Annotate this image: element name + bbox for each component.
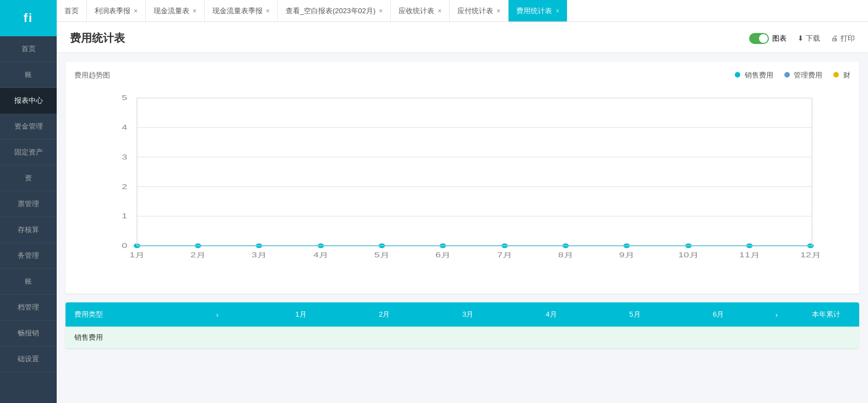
tab-blank[interactable]: 查看_空白报表(2023年02月) × (278, 0, 391, 22)
sidebar-item-account[interactable]: 账 (0, 62, 57, 88)
legend-sales: 销售费用 (735, 70, 773, 80)
main-content: 首页 利润表季报 × 现金流量表 × 现金流量表季报 × 查看_空白报表(202… (57, 0, 868, 403)
sidebar-item-service[interactable]: 务管理 (0, 243, 57, 269)
table-header: 费用类型 ‹ 1月 2月 3月 4月 5月 6月 › 本年累计 (65, 302, 859, 327)
tab-close-receivable[interactable]: × (438, 7, 441, 15)
svg-text:10月: 10月 (678, 251, 698, 258)
tab-close-cashflowq[interactable]: × (266, 7, 270, 15)
svg-text:6月: 6月 (435, 251, 450, 258)
chart-section: 费用趋势图 销售费用 管理费用 财 (65, 62, 859, 294)
sidebar-item-report[interactable]: 报表中心 (0, 88, 57, 114)
sidebar-item-archive[interactable]: 档管理 (0, 295, 57, 321)
sidebar-item-home[interactable]: 首页 (0, 36, 57, 62)
page-actions: 图表 ⬇ 下载 🖨 打印 (749, 33, 855, 44)
sidebar-item-payable[interactable]: 账 (0, 269, 57, 295)
download-button[interactable]: ⬇ 下载 (798, 34, 820, 43)
svg-text:4: 4 (122, 124, 127, 131)
svg-text:0: 0 (122, 242, 127, 250)
tab-close-blank[interactable]: × (379, 7, 383, 15)
svg-text:3: 3 (122, 153, 127, 161)
sidebar-item-sales[interactable]: 畅报销 (0, 321, 57, 346)
td-type: 销售费用 (65, 333, 176, 343)
legend-admin: 管理费用 (784, 70, 823, 80)
svg-text:5月: 5月 (374, 251, 389, 258)
svg-text:11月: 11月 (739, 251, 760, 258)
svg-text:2: 2 (122, 183, 127, 190)
tab-home[interactable]: 首页 (57, 0, 87, 22)
tab-cashflow[interactable]: 现金流量表 × (146, 0, 205, 22)
svg-text:1月: 1月 (129, 251, 144, 258)
legend-finance: 财 (833, 70, 850, 80)
th-m4: 4月 (510, 310, 593, 319)
tab-expense[interactable]: 费用统计表 × (509, 0, 567, 22)
sidebar: fi 首页 账 报表中心 资金管理 固定资产 资 票管理 存核算 务管理 账 档… (0, 0, 57, 403)
svg-text:3月: 3月 (252, 251, 266, 258)
th-nav-next[interactable]: › (760, 311, 793, 319)
tab-cashflowq[interactable]: 现金流量表季报 × (205, 0, 278, 22)
download-icon: ⬇ (798, 34, 804, 42)
svg-text:1: 1 (122, 212, 127, 220)
chart-svg: 5 4 3 2 1 0 1月 2月 3月 4月 5月 6月 7月 8月 (96, 92, 828, 263)
sidebar-item-asset[interactable]: 固定资产 (0, 140, 57, 165)
legend-dot-admin (784, 72, 790, 78)
svg-text:8月: 8月 (558, 251, 573, 258)
th-m3: 3月 (426, 310, 510, 319)
tab-close-expense[interactable]: × (555, 7, 559, 15)
chart-header: 费用趋势图 销售费用 管理费用 财 (74, 70, 850, 80)
chart-legend: 销售费用 管理费用 财 (735, 70, 850, 80)
legend-dot-finance (833, 72, 839, 78)
page-title: 费用统计表 (70, 31, 125, 46)
svg-text:9月: 9月 (619, 251, 634, 258)
svg-text:5: 5 (122, 94, 127, 102)
sidebar-item-settings[interactable]: 础设置 (0, 346, 57, 372)
tab-bar: 首页 利润表季报 × 现金流量表 × 现金流量表季报 × 查看_空白报表(202… (57, 0, 868, 22)
chart-area: 5 4 3 2 1 0 1月 2月 3月 4月 5月 6月 7月 8月 (74, 87, 850, 285)
svg-text:7月: 7月 (497, 251, 512, 258)
sidebar-logo: fi (0, 0, 57, 36)
sidebar-item-invoice[interactable]: 票管理 (0, 191, 57, 217)
th-m1: 1月 (259, 310, 343, 319)
legend-dot-sales (735, 72, 740, 78)
th-type: 费用类型 (65, 310, 176, 319)
tab-close-profit[interactable]: × (134, 7, 138, 15)
sidebar-item-fund[interactable]: 资金管理 (0, 114, 57, 140)
th-m6: 6月 (676, 310, 760, 319)
content-area: 费用统计表 图表 ⬇ 下载 🖨 打印 费用趋势图 (57, 22, 868, 403)
print-icon: 🖨 (831, 34, 838, 42)
th-nav-prev[interactable]: ‹ (176, 311, 259, 319)
svg-text:4月: 4月 (313, 251, 328, 258)
print-button[interactable]: 🖨 打印 (831, 34, 855, 43)
download-label: 下载 (806, 34, 820, 43)
chart-toggle-wrap: 图表 (749, 33, 787, 44)
chart-title: 费用趋势图 (74, 70, 110, 80)
th-m2: 2月 (342, 310, 426, 319)
table-row: 销售费用 (65, 327, 859, 349)
chart-toggle-label: 图表 (772, 34, 787, 43)
tab-receivable[interactable]: 应收统计表 × (391, 0, 450, 22)
tab-payable-tab[interactable]: 应付统计表 × (450, 0, 509, 22)
chart-toggle[interactable] (749, 33, 769, 44)
page-header: 费用统计表 图表 ⬇ 下载 🖨 打印 (57, 22, 868, 53)
svg-text:2月: 2月 (190, 251, 205, 258)
th-total: 本年累计 (793, 310, 859, 319)
svg-text:12月: 12月 (800, 251, 821, 258)
expense-table: 费用类型 ‹ 1月 2月 3月 4月 5月 6月 › 本年累计 销售费用 (65, 302, 859, 349)
tab-profit[interactable]: 利润表季报 × (87, 0, 146, 22)
tab-close-payable[interactable]: × (496, 7, 500, 15)
sidebar-item-stock[interactable]: 存核算 (0, 217, 57, 243)
th-m5: 5月 (593, 310, 677, 319)
tab-close-cashflow[interactable]: × (193, 7, 196, 15)
print-label: 打印 (840, 34, 855, 43)
svg-rect-36 (137, 98, 812, 246)
sidebar-item-invest[interactable]: 资 (0, 165, 57, 191)
